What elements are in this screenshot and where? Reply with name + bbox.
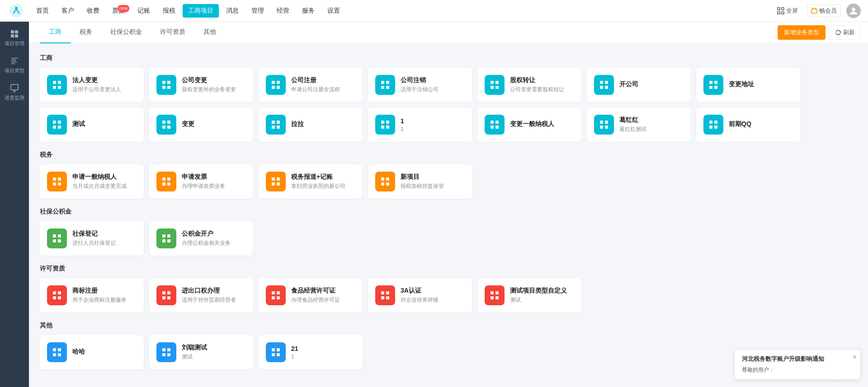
tab-shuiwu[interactable]: 税务 xyxy=(71,22,101,43)
nav-message[interactable]: 消息 xyxy=(221,4,244,18)
card-subtitle: 办理食品经营许可证 xyxy=(291,296,340,304)
nav-business[interactable]: 工商项目 xyxy=(183,4,219,18)
svg-rect-116 xyxy=(58,353,61,356)
card-item[interactable]: 申请一般纳税人 当月或次月成变更完成 xyxy=(40,164,144,199)
card-icon xyxy=(47,228,67,248)
svg-rect-38 xyxy=(714,81,717,84)
member-button[interactable]: 畅会员 xyxy=(807,5,841,17)
nav-tax[interactable]: 报税 xyxy=(157,4,181,18)
svg-rect-10 xyxy=(11,34,14,37)
nav-operation[interactable]: 经营 xyxy=(271,4,295,18)
cards-grid-shebao: 社保登记 进行人员社保登记 公积金开户 办理公积金相关业务 xyxy=(40,221,857,256)
card-item[interactable]: 开公司 xyxy=(587,68,691,102)
fullscreen-button[interactable]: 全屏 xyxy=(774,5,802,17)
card-text: 测试 xyxy=(72,120,85,130)
card-item[interactable]: 社保登记 进行人员社保登记 xyxy=(40,221,144,256)
svg-rect-112 xyxy=(495,296,499,299)
logo[interactable] xyxy=(7,2,25,20)
nav-settings[interactable]: 设置 xyxy=(322,4,345,18)
card-item[interactable]: 申请发票 办理申请发票业务 xyxy=(149,164,253,199)
card-subtitle: 适用于公司变更法人 xyxy=(72,86,121,93)
tab-gongshang[interactable]: 工商 xyxy=(40,22,71,43)
card-title: 开公司 xyxy=(619,80,638,89)
card-item[interactable]: 税务报道+记账 拿到营业执照的新公司 xyxy=(259,164,363,199)
card-text: 税务报道+记账 拿到营业执照的新公司 xyxy=(291,173,345,190)
svg-rect-22 xyxy=(277,81,280,84)
svg-rect-52 xyxy=(277,126,280,129)
sidebar-item-project-management[interactable]: 项目管理 xyxy=(2,25,27,51)
svg-rect-3 xyxy=(782,8,784,10)
nav-service[interactable]: 服务 xyxy=(297,4,320,18)
nav-right: 全屏 畅会员 xyxy=(774,4,861,18)
card-item[interactable]: 前期QQ xyxy=(696,107,800,142)
svg-rect-47 xyxy=(162,126,165,129)
card-item[interactable]: 公司注销 适用于注销公司 xyxy=(368,68,472,102)
add-type-button[interactable]: 新增业务类型 xyxy=(778,25,826,40)
svg-rect-60 xyxy=(495,126,499,129)
card-text: 进出口权办理 适用于对外贸易经营者 xyxy=(182,287,236,304)
svg-rect-14 xyxy=(58,81,61,84)
card-title: 前期QQ xyxy=(729,120,751,128)
card-icon xyxy=(594,75,614,95)
card-item[interactable]: 哈哈 xyxy=(40,335,144,369)
card-item[interactable]: 法人变更 适用于公司变更法人 xyxy=(40,68,144,102)
nav-manage[interactable]: 管理 xyxy=(246,4,269,18)
card-item[interactable]: 测试 xyxy=(40,107,144,142)
card-subtitle: 报税加税控盘保管 xyxy=(401,182,444,190)
tab-shebao[interactable]: 社保公积金 xyxy=(101,22,151,43)
nav-home[interactable]: 首页 xyxy=(31,4,54,18)
card-item[interactable]: 公司注册 申请公司注册全流程 xyxy=(259,68,363,102)
avatar[interactable] xyxy=(846,4,861,18)
svg-rect-85 xyxy=(53,234,56,238)
card-item[interactable]: 3A认证 对企业信誉评级 xyxy=(368,278,472,312)
notification-bar: × 河北税务数字账户升级影响通知 尊敬的用户： xyxy=(734,349,861,380)
svg-rect-62 xyxy=(605,121,608,124)
svg-rect-33 xyxy=(600,81,603,84)
card-title: 测试 xyxy=(72,120,85,128)
refresh-button[interactable]: 刷新 xyxy=(829,25,861,40)
card-item[interactable]: 21 1 xyxy=(259,335,363,369)
card-icon xyxy=(703,75,723,95)
card-item[interactable]: 1 1 xyxy=(368,107,472,142)
refresh-label: 刷新 xyxy=(843,28,855,37)
notification-close[interactable]: × xyxy=(853,353,857,361)
card-icon xyxy=(266,115,286,135)
tab-xuke[interactable]: 许可资质 xyxy=(151,22,194,43)
card-title: 商标注册 xyxy=(72,287,127,295)
sidebar-item-progress-monitor[interactable]: 进度监测 xyxy=(2,79,27,105)
card-item[interactable]: 刘聪测试 测试 xyxy=(149,335,253,369)
card-title: 1 xyxy=(401,117,404,125)
svg-rect-56 xyxy=(386,126,389,129)
sidebar-item-project-type[interactable]: 项目类型 xyxy=(2,52,27,78)
card-item[interactable]: 新项目 报税加税控盘保管 xyxy=(368,164,472,199)
card-item[interactable]: 变更一般纳税人 xyxy=(477,107,581,142)
card-item[interactable]: 公司变更 股权变更外的业务变更 xyxy=(149,68,253,102)
card-item[interactable]: 股权转让 公司变更需要股权转让 xyxy=(477,68,581,102)
card-item[interactable]: 公积金开户 办理公积金相关业务 xyxy=(149,221,253,256)
card-item[interactable]: 食品经营许可证 办理食品经营许可证 xyxy=(259,278,363,312)
card-item[interactable]: 测试项目类型自定义 测试 xyxy=(477,278,581,312)
svg-rect-124 xyxy=(277,353,280,356)
card-text: 变更地址 xyxy=(729,80,754,90)
svg-rect-104 xyxy=(277,296,280,299)
card-icon xyxy=(375,285,395,305)
card-icon xyxy=(266,285,286,305)
sidebar-label-project-type: 项目类型 xyxy=(5,67,24,74)
card-item[interactable]: 变更地址 xyxy=(696,68,800,102)
nav-fee[interactable]: 收费 xyxy=(81,4,105,18)
nav-bookkeeping[interactable]: 记账 xyxy=(132,4,156,18)
cards-grid-gongshang: 法人变更 适用于公司变更法人 公司变更 股权变更外的业务变更 公司注册 申请公司… xyxy=(40,68,857,142)
card-item[interactable]: 葛红红 葛红红测试 xyxy=(587,107,691,142)
card-item[interactable]: 进出口权办理 适用于对外贸易经营者 xyxy=(149,278,253,312)
card-item[interactable]: 商标注册 用于企业商标注册服务 xyxy=(40,278,144,312)
tab-other[interactable]: 其他 xyxy=(194,22,225,43)
nav-ticket[interactable]: 票据 new xyxy=(107,4,130,18)
card-text: 开公司 xyxy=(619,80,638,90)
svg-rect-113 xyxy=(53,348,56,351)
svg-rect-67 xyxy=(709,126,712,129)
card-item[interactable]: 拉拉 xyxy=(259,107,363,142)
card-text: 法人变更 适用于公司变更法人 xyxy=(72,76,121,93)
card-item[interactable]: 变更 xyxy=(149,107,253,142)
nav-customer[interactable]: 客户 xyxy=(56,4,80,18)
card-icon xyxy=(47,342,67,362)
